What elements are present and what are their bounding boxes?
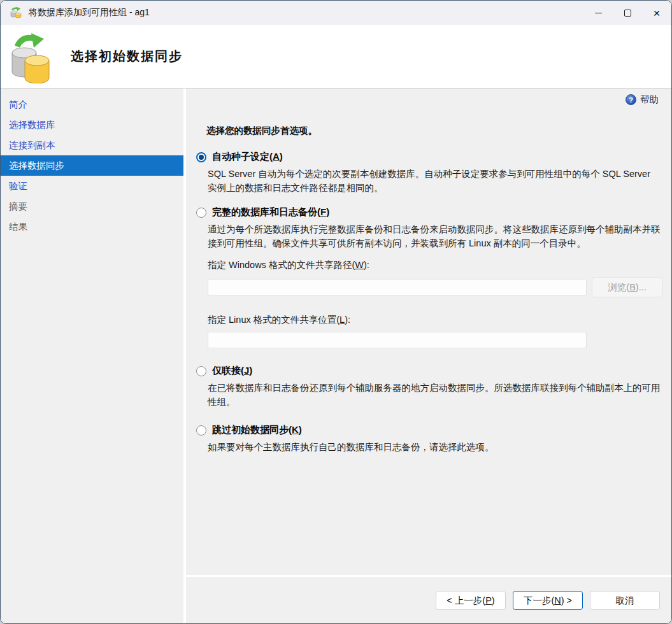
access-key: B — [629, 282, 636, 292]
label-text: 指定 Windows 格式的文件共享路径( — [208, 260, 355, 270]
help-link[interactable]: ? 帮助 — [626, 94, 659, 106]
option-row: 完整的数据库和日志备份(F) — [196, 206, 671, 218]
radio-full-backup-label[interactable]: 完整的数据库和日志备份(F) — [212, 206, 329, 218]
radio-full-backup[interactable] — [196, 208, 206, 218]
previous-button[interactable]: < 上一步(P) — [436, 591, 506, 610]
help-label: 帮助 — [640, 94, 659, 106]
maximize-icon — [624, 10, 631, 17]
label-text: ) — [492, 595, 495, 606]
option-description: 在已将数据库和日志备份还原到每个辅助服务器的地方启动数据同步。所选数据库联接到每… — [208, 381, 662, 409]
radio-join-only-label[interactable]: 仅联接(J) — [212, 365, 252, 377]
label-text: ) — [326, 206, 329, 217]
radio-join-only[interactable] — [196, 366, 206, 376]
label-text: 指定 Linux 格式的文件共享位置( — [208, 315, 340, 325]
sidebar-item-validation[interactable]: 验证 — [1, 176, 183, 196]
label-text: 自动种子设定( — [212, 151, 273, 162]
label-text: 跳过初始数据同步( — [212, 424, 292, 435]
sidebar-item-select-data-sync[interactable]: 选择数据同步 — [1, 155, 183, 176]
access-key: A — [273, 151, 280, 162]
access-key: P — [485, 595, 492, 606]
sidebar-item-introduction[interactable]: 简介 — [1, 94, 183, 115]
radio-skip-sync-label[interactable]: 跳过初始数据同步(K) — [212, 424, 302, 436]
wizard-footer: < 上一步(P) 下一步(N) > 取消 — [186, 575, 671, 624]
option-row: 跳过初始数据同步(K) — [196, 424, 671, 436]
windows-share-row: 浏览(B)... — [208, 277, 671, 297]
access-key: F — [320, 206, 326, 217]
radio-skip-sync[interactable] — [196, 425, 206, 436]
access-key: N — [554, 595, 561, 606]
linux-share-label: 指定 Linux 格式的文件共享位置(L): — [208, 314, 671, 326]
label-text: ) > — [561, 595, 572, 606]
option-row: 仅联接(J) — [196, 365, 671, 377]
windows-share-input[interactable] — [208, 279, 587, 295]
database-sync-icon — [8, 30, 52, 83]
label-text: 仅联接( — [212, 365, 244, 376]
label-text: ): — [345, 315, 350, 325]
right-column: ? 帮助 选择您的数据同步首选项。 自动种子设定(A) SQL Server 自… — [186, 89, 671, 624]
label-text: ): — [364, 260, 369, 270]
label-text: 浏览( — [608, 282, 629, 292]
close-button[interactable]: × — [642, 1, 671, 25]
option-row: 自动种子设定(A) — [196, 151, 671, 163]
label-text: 完整的数据库和日志备份( — [212, 206, 320, 217]
label-text: ) — [280, 151, 283, 162]
titlebar: 将数据库添加到可用性组 - ag1 × — [1, 1, 671, 25]
close-icon: × — [653, 7, 660, 19]
radio-automatic-seeding-label[interactable]: 自动种子设定(A) — [212, 151, 283, 163]
page-title: 选择初始数据同步 — [71, 48, 183, 65]
wizard-header: 选择初始数据同步 — [1, 25, 671, 89]
app-database-sync-icon — [10, 6, 22, 19]
access-key: K — [292, 424, 299, 435]
option-description: 通过为每个所选数据库执行完整数据库备份和日志备份来启动数据同步。将这些数据库还原… — [208, 223, 662, 250]
cancel-button[interactable]: 取消 — [590, 591, 660, 610]
radio-automatic-seeding[interactable] — [196, 152, 206, 162]
linux-share-row — [208, 332, 671, 348]
label-text: )... — [636, 282, 647, 292]
windows-share-label: 指定 Windows 格式的文件共享路径(W): — [208, 259, 671, 271]
window-title: 将数据库添加到可用性组 - ag1 — [29, 7, 150, 18]
option-automatic-seeding: 自动种子设定(A) SQL Server 自动为每个选定的次要副本创建数据库。自… — [196, 151, 671, 195]
option-join-only: 仅联接(J) 在已将数据库和日志备份还原到每个辅助服务器的地方启动数据同步。所选… — [196, 365, 671, 409]
label-text: ) — [249, 365, 252, 376]
help-row: ? 帮助 — [186, 89, 671, 106]
option-full-backup: 完整的数据库和日志备份(F) 通过为每个所选数据库执行完整数据库备份和日志备份来… — [196, 206, 671, 348]
help-icon: ? — [626, 94, 636, 105]
option-skip-sync: 跳过初始数据同步(K) 如果要对每个主数据库执行自己的数据库和日志备份，请选择此… — [196, 424, 671, 455]
option-description: 如果要对每个主数据库执行自己的数据库和日志备份，请选择此选项。 — [208, 441, 654, 455]
sidebar-item-results: 结果 — [1, 216, 183, 237]
minimize-button[interactable] — [583, 1, 613, 25]
sync-preference-heading: 选择您的数据同步首选项。 — [206, 125, 671, 137]
minimize-icon — [595, 13, 602, 13]
sidebar-item-select-databases[interactable]: 选择数据库 — [1, 115, 183, 135]
label-text: ) — [299, 424, 302, 435]
next-button[interactable]: 下一步(N) > — [513, 591, 583, 610]
linux-share-input[interactable] — [208, 332, 587, 348]
access-key: W — [355, 260, 364, 270]
wizard-window: 将数据库添加到可用性组 - ag1 × 选择初始数据同步 简介 选择数据库 连接… — [0, 0, 672, 624]
share-path-fields: 指定 Windows 格式的文件共享路径(W): 浏览(B)... 指定 Lin… — [208, 259, 671, 348]
option-description: SQL Server 自动为每个选定的次要副本创建数据库。自动种子设定要求参与到… — [208, 167, 654, 195]
access-key: L — [340, 315, 345, 325]
maximize-button[interactable] — [613, 1, 642, 25]
sidebar-item-summary: 摘要 — [1, 196, 183, 216]
page-content: ? 帮助 选择您的数据同步首选项。 自动种子设定(A) SQL Server 自… — [186, 89, 671, 575]
label-text: 下一步( — [524, 595, 554, 606]
browse-button[interactable]: 浏览(B)... — [592, 277, 662, 297]
sidebar-item-connect-replicas[interactable]: 连接到副本 — [1, 135, 183, 155]
wizard-steps-sidebar: 简介 选择数据库 连接到副本 选择数据同步 验证 摘要 结果 — [1, 89, 183, 624]
label-text: < 上一步( — [447, 595, 485, 606]
wizard-body: 简介 选择数据库 连接到副本 选择数据同步 验证 摘要 结果 ? 帮助 选择您的… — [1, 89, 671, 624]
